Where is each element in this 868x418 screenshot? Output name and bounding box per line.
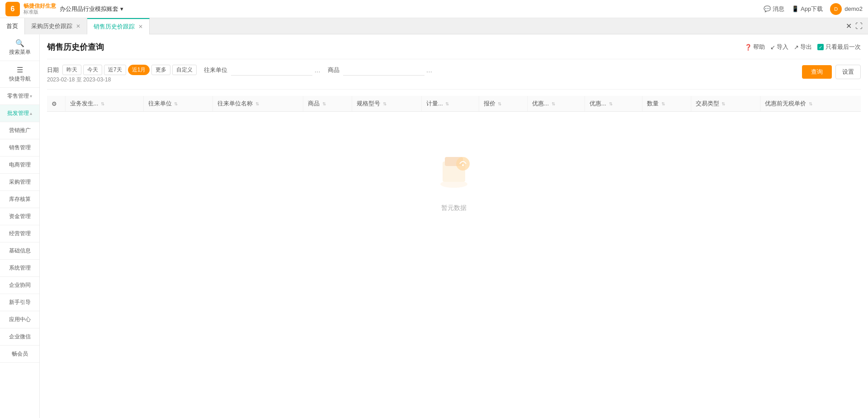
sidebar-item-ecommerce-label: 电商管理 [9,161,31,169]
date-btn-today[interactable]: 今天 [83,65,102,75]
sidebar-item-retail-label: 零售管理 [7,92,29,100]
account-dropdown[interactable]: 办公用品行业模拟账套 ▾ [60,5,123,13]
sidebar-item-marketing[interactable]: 营销推广 [0,122,39,139]
main-layout: 🔍 搜索菜单 ☰ 快捷导航 零售管理 ▾ 批发管理 ▴ 营销推广 销售管理 电商… [0,34,868,418]
sidebar-item-basics-label: 基础信息 [9,247,31,255]
sidebar-item-system-label: 系统管理 [9,264,31,272]
goods-input-group: ... [343,65,432,76]
sidebar-item-purchase-label: 采购管理 [9,178,31,186]
sidebar-item-system[interactable]: 系统管理 [0,260,39,277]
th-qty[interactable]: 数量 ⇅ [642,96,691,112]
page-header: 销售历史价查询 ❓ 帮助 ↙ 导入 ↗ 导出 ✓ [47,42,861,52]
goods-input[interactable] [343,65,425,76]
th-settings[interactable]: ⚙ [47,96,65,112]
sidebar-item-search-menu-label: 搜索菜单 [9,48,31,56]
date-btn-yesterday[interactable]: 昨天 [62,65,81,75]
th-price-no-tax[interactable]: 优惠前无税单价 ⇅ [760,96,861,112]
counterparty-dots-btn[interactable]: ... [314,66,320,74]
sort-icon-counterparty-name: ⇅ [255,101,259,106]
goods-dots-btn[interactable]: ... [426,66,432,74]
close-all-tabs-icon[interactable]: ✕ [846,22,852,30]
date-btn-7days[interactable]: 近7天 [104,65,126,75]
th-discount2[interactable]: 优惠... ⇅ [585,96,642,112]
date-btn-more[interactable]: 更多 [151,65,170,75]
gear-icon: ⚙ [52,100,57,107]
tab-purchase-history[interactable]: 采购历史价跟踪 ✕ [25,18,87,34]
home-tab-label: 首页 [6,22,18,30]
sidebar-item-wholesale[interactable]: 批发管理 ▴ [0,105,39,122]
sidebar-item-finance[interactable]: 资金管理 [0,208,39,225]
chevron-down-icon: ▾ [30,94,32,99]
sidebar-item-search-menu[interactable]: 🔍 搜索菜单 [0,34,39,61]
chevron-down-icon: ▾ [120,5,123,12]
avatar: D [830,3,842,15]
sidebar-item-sales-mgmt[interactable]: 销售管理 [0,139,39,157]
import-icon: ↙ [770,44,775,51]
tab-bar: 首页 采购历史价跟踪 ✕ 销售历史价跟踪 ✕ ✕ ⛶ [0,18,868,34]
sidebar-item-marketing-label: 营销推广 [9,127,31,134]
empty-state: 暂元数据 [47,112,861,248]
sort-icon-trade-type: ⇅ [722,101,725,106]
sort-icon-quote: ⇅ [498,101,501,106]
content-area: 销售历史价查询 ❓ 帮助 ↙ 导入 ↗ 导出 ✓ [40,34,868,418]
sidebar-item-basics[interactable]: 基础信息 [0,242,39,260]
message-icon: 💬 [764,5,771,12]
counterparty-input[interactable] [231,65,312,76]
help-btn[interactable]: ❓ 帮助 [745,43,765,51]
export-btn[interactable]: ↗ 导出 [794,43,812,51]
th-spec[interactable]: 规格型号 ⇅ [352,96,421,112]
th-goods[interactable]: 商品 ⇅ [303,96,352,112]
sidebar-item-purchase[interactable]: 采购管理 [0,174,39,191]
date-btn-custom[interactable]: 自定义 [172,65,197,75]
sidebar-item-quick-nav[interactable]: ☰ 快捷导航 [0,61,39,88]
counterparty-filter-group: 往来单位 ... [204,65,320,76]
counterparty-input-group: ... [231,65,320,76]
sidebar-item-member[interactable]: 畅会员 [0,346,39,363]
logo-icon: 6 [5,2,20,16]
date-label: 日期 [47,66,59,74]
purchase-history-close-icon[interactable]: ✕ [76,23,80,29]
page-content: 销售历史价查询 ❓ 帮助 ↙ 导入 ↗ 导出 ✓ [40,34,868,418]
th-counterparty-code[interactable]: 往来单位 ⇅ [143,96,213,112]
sidebar-item-retail[interactable]: 零售管理 ▾ [0,88,39,105]
th-counterparty-name[interactable]: 往来单位名称 ⇅ [213,96,303,112]
filter-bar: 日期 昨天 今天 近7天 近1月 更多 自定义 2023-02-18 至 202… [47,59,861,90]
sidebar-item-ecommerce[interactable]: 电商管理 [0,157,39,174]
th-discount1[interactable]: 优惠... ⇅ [528,96,585,112]
top-bar-right: 💬 消息 📱 App下载 D demo2 [764,3,863,15]
message-btn[interactable]: 💬 消息 [764,5,784,13]
settings-button[interactable]: 设置 [835,65,861,79]
th-quote[interactable]: 报价 ⇅ [479,96,528,112]
import-btn[interactable]: ↙ 导入 [770,43,788,51]
svg-point-4 [462,164,464,166]
sidebar-item-apps[interactable]: 应用中心 [0,311,39,328]
th-biz-date[interactable]: 业务发生... ⇅ [65,96,143,112]
top-bar: 6 畅捷信好生意 标准版 办公用品行业模拟账套 ▾ 💬 消息 📱 App下载 D… [0,0,868,18]
sidebar-item-operations[interactable]: 经营管理 [0,225,39,242]
th-unit[interactable]: 计量... ⇅ [421,96,479,112]
tab-home[interactable]: 首页 [0,18,25,34]
sidebar-item-enterprise[interactable]: 企业协同 [0,277,39,294]
th-trade-type[interactable]: 交易类型 ⇅ [691,96,760,112]
data-table: ⚙ 业务发生... ⇅ 往来单位 ⇅ 往来单位名称 [47,96,861,112]
tab-sales-history[interactable]: 销售历史价跟踪 ✕ [87,18,150,34]
counterparty-label: 往来单位 [204,66,227,74]
sidebar-item-wechat[interactable]: 企业微信 [0,328,39,346]
only-latest-checkbox[interactable]: ✓ 只看最后一次 [817,43,861,51]
sales-history-close-icon[interactable]: ✕ [138,24,143,30]
sidebar-item-operations-label: 经营管理 [9,230,31,238]
sidebar-item-enterprise-label: 企业协同 [9,281,31,289]
goods-filter-group: 商品 ... [328,65,432,76]
sidebar-item-guide[interactable]: 新手引导 [0,294,39,311]
retail-section: 零售管理 ▾ [7,92,32,100]
sidebar-item-inventory[interactable]: 库存核算 [0,191,39,208]
goods-label: 商品 [328,66,340,74]
sidebar-item-apps-label: 应用中心 [9,316,31,323]
date-btn-1month[interactable]: 近1月 [128,65,150,75]
page-title: 销售历史价查询 [47,42,104,52]
maximize-icon[interactable]: ⛶ [855,22,863,30]
search-button[interactable]: 查询 [802,65,832,79]
date-filter-group: 日期 昨天 今天 近7天 近1月 更多 自定义 2023-02-18 至 202… [47,65,197,84]
app-download-btn[interactable]: 📱 App下载 [792,5,823,13]
user-area[interactable]: D demo2 [830,3,863,15]
